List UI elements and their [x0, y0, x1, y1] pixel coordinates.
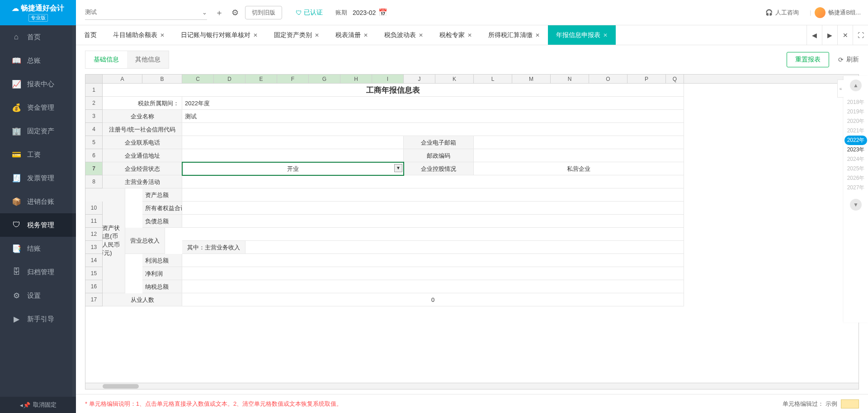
user-menu[interactable]: 畅捷通B组...: [815, 7, 861, 18]
add-icon[interactable]: ＋: [215, 7, 223, 18]
headset-icon: 🎧: [765, 9, 773, 16]
gear-icon[interactable]: ⚙: [231, 8, 239, 18]
period-value[interactable]: 2023-02: [353, 9, 376, 16]
company-select[interactable]: 测试 ⌄: [85, 5, 207, 20]
verified-badge: 🛡 已认证: [296, 9, 323, 17]
period-label: 账期: [335, 9, 347, 17]
consult-button[interactable]: 🎧 人工咨询: [765, 9, 799, 17]
calendar-icon[interactable]: 📅: [378, 8, 387, 17]
old-version-button[interactable]: 切到旧版: [245, 6, 282, 19]
header: ☁畅捷通好会计 专业版 测试 ⌄ ＋ ⚙ 切到旧版 🛡 已认证 账期 2023-…: [0, 0, 868, 25]
cloud-icon: ☁: [12, 4, 19, 13]
shield-icon: 🛡: [296, 9, 302, 16]
avatar: [815, 7, 826, 18]
logo: ☁畅捷通好会计 专业版: [0, 0, 76, 25]
chevron-down-icon: ⌄: [202, 9, 207, 16]
